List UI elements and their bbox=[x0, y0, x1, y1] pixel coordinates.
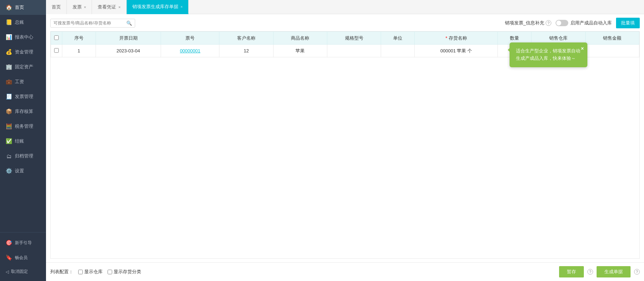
sidebar-label-payroll: 工资 bbox=[15, 79, 24, 85]
show-category-text: 显示存货分类 bbox=[114, 269, 141, 275]
sidebar-item-archive[interactable]: 🗂 归档管理 bbox=[0, 149, 46, 164]
settings-icon: ⚙️ bbox=[6, 168, 12, 174]
sidebar-label-assets: 固定资产 bbox=[15, 64, 33, 70]
sidebar-item-settings[interactable]: ⚙️ 设置 bbox=[0, 164, 46, 178]
save-help-icon[interactable]: ? bbox=[587, 269, 593, 275]
vip-icon: 🔖 bbox=[6, 254, 12, 261]
tab-voucher-close[interactable]: × bbox=[118, 5, 120, 9]
tab-home[interactable]: 首页 bbox=[46, 0, 67, 14]
th-invoice-no: 票号 bbox=[161, 32, 219, 45]
tab-voucher[interactable]: 查看凭证 × bbox=[92, 0, 126, 14]
search-input[interactable] bbox=[53, 21, 126, 25]
info-label-text: 销项发票_信息补充 bbox=[505, 20, 544, 26]
row-checkbox[interactable] bbox=[54, 48, 59, 53]
info-label: 销项发票_信息补充 ? bbox=[505, 20, 551, 26]
unpin-icon: ◁ bbox=[6, 269, 9, 274]
bottom-bar: 列表配置： 显示仓库 显示存货分类 暂存 ? 生成单据 ? bbox=[46, 262, 644, 281]
th-date: 开票日期 bbox=[96, 32, 161, 45]
th-amount: 销售金额 bbox=[585, 32, 639, 45]
archive-icon: 🗂 bbox=[6, 153, 12, 159]
sidebar-label-settings: 设置 bbox=[15, 168, 24, 174]
tooltip-close-button[interactable]: × bbox=[581, 45, 584, 52]
sidebar-label-invoices: 发票管理 bbox=[15, 93, 33, 100]
toggle-wrap: 启用产成品自动入库 bbox=[556, 20, 612, 26]
assets-icon: 🏢 bbox=[6, 64, 12, 70]
generate-button[interactable]: 生成单据 bbox=[597, 266, 631, 277]
sidebar-label-home: 首页 bbox=[15, 4, 24, 11]
show-category-checkbox[interactable] bbox=[108, 270, 112, 274]
sidebar-label-tax: 税务管理 bbox=[15, 123, 33, 130]
sidebar-item-reports[interactable]: 📊 报表中心 bbox=[0, 30, 46, 45]
show-warehouse-checkbox[interactable] bbox=[78, 270, 83, 274]
config-label: 列表配置： bbox=[50, 269, 73, 275]
row-unit bbox=[381, 45, 415, 57]
payroll-icon: 💼 bbox=[6, 79, 12, 85]
th-customer: 客户名称 bbox=[219, 32, 273, 45]
guide-icon: 🎯 bbox=[6, 240, 12, 246]
th-checkbox bbox=[51, 32, 62, 45]
toggle-label: 启用产成品自动入库 bbox=[570, 20, 612, 26]
th-inventory: 存货名称 bbox=[415, 32, 498, 45]
invoices-icon: 🧾 bbox=[6, 93, 12, 100]
row-inventory: 000001 苹果 个 bbox=[415, 45, 498, 57]
funds-icon: 💰 bbox=[6, 49, 12, 55]
th-unit: 单位 bbox=[381, 32, 415, 45]
tab-invoice-close[interactable]: × bbox=[84, 5, 86, 9]
sidebar-item-tax[interactable]: 🧮 税务管理 bbox=[0, 119, 46, 134]
row-amount bbox=[585, 45, 639, 57]
unpin-button[interactable]: ◁ 取消固定 bbox=[0, 265, 46, 278]
row-customer: 12 bbox=[219, 45, 273, 57]
tax-icon: 🧮 bbox=[6, 123, 12, 130]
tab-voucher-label: 查看凭证 bbox=[98, 4, 116, 10]
sidebar-item-assets[interactable]: 🏢 固定资产 bbox=[0, 59, 46, 74]
sidebar-label-guide: 新手引导 bbox=[15, 240, 32, 246]
show-warehouse-text: 显示仓库 bbox=[84, 269, 103, 275]
row-invoice-no[interactable]: 00000001 bbox=[161, 45, 219, 57]
bottom-right: 暂存 ? 生成单据 ? bbox=[559, 266, 640, 277]
tab-cancel-invoice[interactable]: 销项发票生成库存单据 × bbox=[127, 0, 189, 14]
toolbar-right: 销项发票_信息补充 ? 启用产成品自动入库 批量填 bbox=[505, 18, 640, 28]
sidebar-item-closing[interactable]: ✅ 结账 bbox=[0, 134, 46, 149]
search-icon[interactable]: 🔍 bbox=[126, 21, 132, 26]
row-model bbox=[327, 45, 381, 57]
sidebar-item-guide[interactable]: 🎯 新手引导 bbox=[0, 235, 46, 250]
sidebar-item-funds[interactable]: 💰 资金管理 bbox=[0, 45, 46, 59]
closing-icon: ✅ bbox=[6, 138, 12, 144]
sidebar-item-home[interactable]: 🏠 首页 bbox=[0, 0, 46, 15]
batch-fill-button[interactable]: 批量填 bbox=[616, 18, 640, 28]
tooltip-bubble: × 适合生产型企业，销项发票自动生成产成品入库，快来体验～ bbox=[510, 42, 587, 67]
generate-help-icon[interactable]: ? bbox=[634, 269, 640, 275]
sidebar-item-inventory[interactable]: 📦 库存核算 bbox=[0, 104, 46, 119]
row-checkbox-cell[interactable] bbox=[51, 45, 62, 57]
th-model: 规格型号 bbox=[327, 32, 381, 45]
row-seq: 1 bbox=[62, 45, 96, 57]
sidebar-label-closing: 结账 bbox=[15, 138, 24, 144]
list-config: 列表配置： 显示仓库 显示存货分类 bbox=[50, 269, 141, 275]
tab-invoice-label: 发票 bbox=[73, 4, 82, 10]
row-date: 2023-03-04 bbox=[96, 45, 161, 57]
auto-storage-toggle[interactable] bbox=[556, 20, 568, 26]
sidebar-label-inventory: 库存核算 bbox=[15, 108, 33, 115]
sidebar-item-vip[interactable]: 🔖 畅会员 bbox=[0, 250, 46, 265]
reports-icon: 📊 bbox=[6, 34, 12, 40]
sidebar-item-payroll[interactable]: 💼 工资 bbox=[0, 74, 46, 89]
row-product: 苹果 bbox=[273, 45, 327, 57]
sidebar-bottom: 🎯 新手引导 🔖 畅会员 ◁ 取消固定 bbox=[0, 232, 46, 281]
show-warehouse-label[interactable]: 显示仓库 bbox=[78, 269, 103, 275]
show-category-label[interactable]: 显示存货分类 bbox=[108, 269, 141, 275]
sidebar-label-ledger: 总账 bbox=[15, 19, 24, 25]
inventory-icon: 📦 bbox=[6, 108, 12, 115]
sidebar-label-funds: 资金管理 bbox=[15, 49, 33, 55]
search-box[interactable]: 🔍 bbox=[50, 19, 135, 28]
sidebar-item-invoices[interactable]: 🧾 发票管理 bbox=[0, 89, 46, 104]
ledger-icon: 📒 bbox=[6, 19, 12, 25]
tab-cancel-invoice-close[interactable]: × bbox=[180, 5, 183, 9]
tab-home-label: 首页 bbox=[52, 4, 61, 10]
sidebar: 🏠 首页 📒 总账 📊 报表中心 💰 资金管理 🏢 固定资产 💼 工资 🧾 发票… bbox=[0, 0, 46, 281]
info-help-icon[interactable]: ? bbox=[546, 20, 551, 26]
save-button[interactable]: 暂存 bbox=[559, 266, 584, 277]
sidebar-item-ledger[interactable]: 📒 总账 bbox=[0, 15, 46, 30]
tab-invoice[interactable]: 发票 × bbox=[67, 0, 92, 14]
select-all-checkbox[interactable] bbox=[54, 35, 59, 40]
th-product: 商品名称 bbox=[273, 32, 327, 45]
